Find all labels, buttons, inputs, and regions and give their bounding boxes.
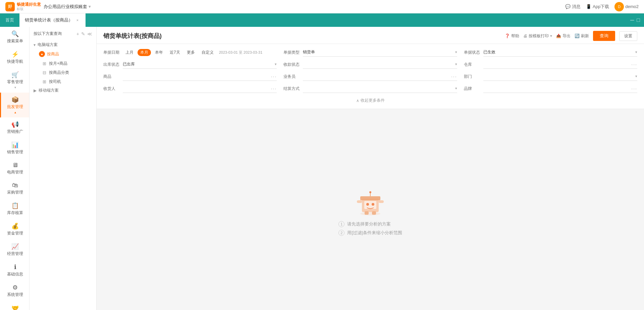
print-icon: 🖨 <box>523 34 527 38</box>
sidebar-item-wholesale[interactable]: 📦 批发管理 ▴ <box>0 93 29 117</box>
sidebar-item-ecommerce[interactable]: 🖥 电商管理 <box>0 158 29 178</box>
payment-method-control[interactable]: ▾ <box>303 84 457 93</box>
sidebar-item-label: 零售管理 <box>7 79 23 85</box>
date-tab-more[interactable]: 更多 <box>184 49 198 56</box>
chevron-right-icon: ▶ <box>34 88 37 93</box>
help-button[interactable]: ❓ 帮助 <box>505 33 519 39</box>
industry-selector[interactable]: 办公用品行业模拟账套 ▾ <box>44 4 91 10</box>
add-scheme-button[interactable]: + <box>76 31 79 37</box>
sidebar-item-purchase[interactable]: 🛍 采购管理 <box>0 178 29 199</box>
warehouse-control[interactable]: ··· <box>483 60 637 69</box>
sidebar-item-search-menu[interactable]: 🔍 搜索菜单 <box>0 27 29 47</box>
svg-rect-2 <box>360 196 380 200</box>
empty-step-2: 2 用[过滤]条件来缩小分析范围 <box>338 230 402 236</box>
brand-control[interactable]: ··· <box>483 84 637 93</box>
app-download-button[interactable]: 📱 App下载 <box>586 4 609 10</box>
desktop-group-header[interactable]: ▾ 电脑端方案 <box>30 41 96 49</box>
minimize-icon[interactable]: ─ <box>630 17 634 23</box>
sidebar-item-system[interactable]: ⚙ 系统管理 <box>0 280 29 301</box>
sidebar-item-basic[interactable]: ℹ 基础信息 <box>0 260 29 280</box>
app-download-label: App下载 <box>593 4 609 10</box>
date-tab-7days[interactable]: 近7天 <box>167 49 183 56</box>
refresh-button[interactable]: 🔄 刷新 <box>575 33 589 39</box>
header-left: 好 畅捷通好生意 标版 办公用品行业模拟账套 ▾ <box>5 2 91 11</box>
brand-dots: ··· <box>631 86 637 91</box>
filter-row-4: 收货人 ··· 结算方式 ▾ 品牌 <box>103 84 637 93</box>
recipient-label: 收货人 <box>103 86 120 92</box>
svg-rect-11 <box>372 211 376 215</box>
date-tab-custom[interactable]: 自定义 <box>199 49 216 56</box>
sub-scheme-label: 按商品分类 <box>49 70 69 75</box>
filter-row-3: 商品 ··· 业务员 ··· 部门 <box>103 72 637 81</box>
scheme-sub-item-driver[interactable]: ⊞ 按司机 <box>30 77 96 86</box>
active-scheme-icon: ● <box>39 51 45 57</box>
chevron-down-icon: ▾ <box>14 86 16 89</box>
sidebar-item-quick-nav[interactable]: ⚡ 快捷导航 <box>0 47 29 68</box>
filter-doc-type: 单据类型 销货单 ▾ <box>283 48 457 57</box>
export-button[interactable]: 📤 导出 <box>556 33 571 39</box>
scheme-sub-item-category[interactable]: ⊟ 按商品分类 <box>30 68 96 77</box>
out-status-control[interactable]: 已出库 ▾ <box>123 60 277 69</box>
svg-rect-8 <box>357 200 362 203</box>
goods-control[interactable]: ··· <box>123 72 277 81</box>
message-label: 消息 <box>572 4 581 10</box>
sub-scheme-icon-2: ⊟ <box>42 70 47 75</box>
salesperson-control[interactable]: ··· <box>303 72 457 81</box>
edit-scheme-button[interactable]: ✎ <box>81 31 85 37</box>
filter-warehouse: 仓库 ··· <box>464 60 637 69</box>
print-button[interactable]: 🖨 按模板打印 ▾ <box>523 33 552 39</box>
maximize-icon[interactable]: □ <box>637 17 640 23</box>
recipient-control[interactable]: ··· <box>123 84 277 93</box>
mobile-group-header[interactable]: ▶ 移动端方案 <box>30 86 96 95</box>
corp-icon: 🤝 <box>11 304 19 310</box>
sidebar-item-operation[interactable]: 📈 经营管理 <box>0 240 29 260</box>
sidebar-item-label: 基础信息 <box>7 271 23 277</box>
svg-rect-9 <box>379 200 384 203</box>
sidebar-item-retail[interactable]: 🛒 零售管理 ▾ <box>0 68 29 93</box>
tab-home-label: 首页 <box>5 17 14 23</box>
header-right: 💬 消息 📱 App下载 d demo2 <box>565 2 639 11</box>
collapse-panel-button[interactable]: ≪ <box>87 31 92 37</box>
content-area: 按以下方案查询 + ✎ ≪ ▾ 电脑端方案 ● 按商品 ⊞ <box>30 27 644 310</box>
marketing-icon: 📢 <box>11 121 19 128</box>
step-2-num: 2 <box>338 230 344 236</box>
message-button[interactable]: 💬 消息 <box>565 4 581 10</box>
date-tab-this-month[interactable]: 本月 <box>138 49 151 56</box>
query-button[interactable]: 查询 <box>593 31 615 41</box>
operation-icon: 📈 <box>11 243 19 250</box>
date-label: 单据日期 <box>103 50 120 55</box>
setting-button[interactable]: 设置 <box>619 31 637 41</box>
scheme-sub-item-month-goods[interactable]: ⊞ 按月+商品 <box>30 59 96 68</box>
inventory-icon: 📋 <box>11 202 19 209</box>
sidebar-item-label: 资金管理 <box>7 230 23 236</box>
collapse-filter-button[interactable]: ∧ 收起更多条件 <box>103 96 637 105</box>
date-range-display: 2023-03-01 至 2023-03-31 <box>219 50 263 55</box>
filter-date: 单据日期 上月 本月 本年 近7天 更多 自定义 2023-03-01 至 20… <box>103 49 277 56</box>
user-menu[interactable]: d demo2 <box>614 2 639 11</box>
doc-status-control[interactable]: 已生效 ▾ <box>483 48 637 57</box>
scheme-item-by-goods[interactable]: ● 按商品 <box>30 49 96 59</box>
export-label: 导出 <box>562 33 571 39</box>
doc-type-control[interactable]: 销货单 ▾ <box>303 48 457 57</box>
sidebar-item-marketing[interactable]: 📢 营销推广 <box>0 117 29 138</box>
filter-area: 单据日期 上月 本月 本年 近7天 更多 自定义 2023-03-01 至 20… <box>97 44 644 109</box>
tab-home[interactable]: 首页 <box>0 13 19 27</box>
sidebar-item-finance[interactable]: 💰 资金管理 <box>0 219 29 240</box>
sidebar-item-sales[interactable]: 📊 销售管理 <box>0 138 29 158</box>
tab-active-label: 销货单统计表（按商品） <box>25 17 73 23</box>
sidebar-item-corp[interactable]: 🤝 企业协同 <box>0 301 29 310</box>
dept-control[interactable]: ▾ <box>483 72 637 81</box>
tab-close-button[interactable]: × <box>75 17 80 23</box>
sidebar-item-inventory[interactable]: 📋 库存核算 <box>0 199 29 219</box>
empty-state: 1 请先选择要分析的方案 2 用[过滤]条件来缩小分析范围 <box>97 109 644 310</box>
doc-type-arrow: ▾ <box>455 50 457 54</box>
filter-out-status: 出库状态 已出库 ▾ <box>103 60 277 69</box>
receipt-status-arrow: ▾ <box>455 62 457 66</box>
sidebar-item-label: 搜索菜单 <box>7 38 23 44</box>
date-tab-last-month[interactable]: 上月 <box>123 49 136 56</box>
date-tab-this-year[interactable]: 本年 <box>152 49 166 56</box>
receipt-status-control[interactable]: ▾ <box>303 60 457 69</box>
logo-area: 好 畅捷通好生意 标版 <box>5 2 41 11</box>
app-subtitle: 标版 <box>17 7 41 11</box>
tab-active[interactable]: 销货单统计表（按商品） × <box>19 13 86 27</box>
